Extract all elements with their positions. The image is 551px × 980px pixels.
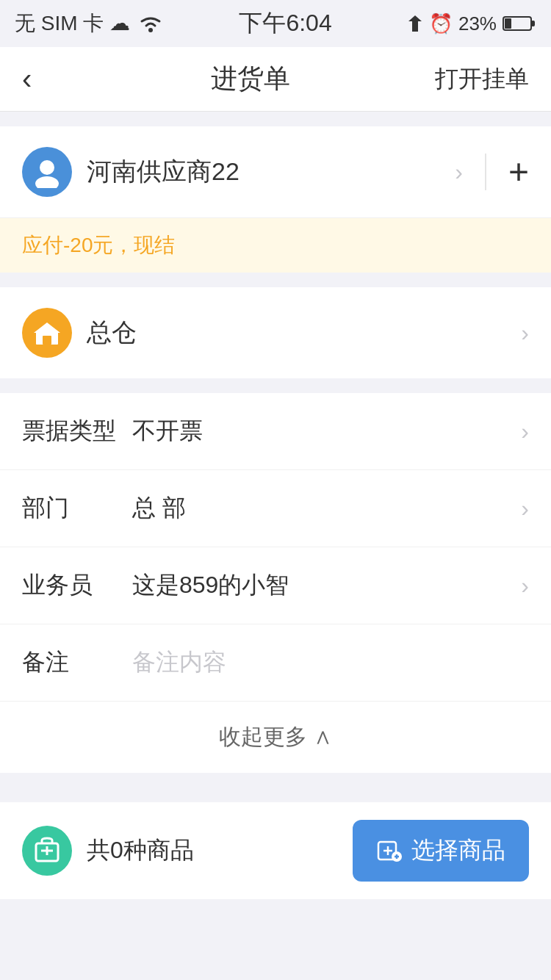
- location-icon: [407, 14, 423, 33]
- salesman-label: 业务员: [22, 569, 118, 602]
- section-gap-2: [0, 273, 551, 287]
- battery-text: 23%: [458, 12, 497, 35]
- open-pending-button[interactable]: 打开挂单: [435, 63, 529, 96]
- svg-point-0: [148, 28, 153, 32]
- supplier-name: 河南供应商22: [87, 155, 455, 189]
- svg-point-5: [35, 176, 59, 188]
- invoice-value: 不开票: [118, 415, 521, 447]
- invoice-chevron-icon: ›: [521, 418, 529, 445]
- status-left: 无 SIM 卡 ☁: [15, 10, 164, 37]
- select-btn-label: 选择商品: [411, 835, 505, 867]
- warehouse-section: 总仓 ›: [0, 287, 551, 378]
- supplier-row[interactable]: 河南供应商22 › +: [0, 126, 551, 218]
- svg-point-4: [40, 160, 54, 175]
- dept-row[interactable]: 部门 总 部 ›: [0, 470, 551, 547]
- select-product-button[interactable]: 选择商品: [353, 820, 529, 882]
- form-section: 票据类型 不开票 › 部门 总 部 › 业务员 这是859的小智 › 备注 备注…: [0, 393, 551, 701]
- battery-icon: [503, 15, 536, 32]
- remark-row[interactable]: 备注 备注内容: [0, 624, 551, 701]
- salesman-value: 这是859的小智: [118, 569, 521, 602]
- sim-label: 无 SIM 卡 ☁: [15, 10, 130, 37]
- status-time: 下午6:04: [239, 7, 331, 40]
- page-title: 进货单: [211, 61, 290, 97]
- section-gap-3: [0, 378, 551, 393]
- svg-rect-8: [43, 336, 51, 345]
- collapse-label: 收起更多 ∧: [219, 722, 331, 752]
- wifi-icon: [137, 14, 164, 33]
- svg-marker-7: [34, 323, 60, 333]
- product-icon: [22, 826, 72, 876]
- status-bar: 无 SIM 卡 ☁ 下午6:04 ⏰ 23%: [0, 0, 551, 47]
- add-supplier-button[interactable]: +: [508, 154, 529, 190]
- nav-bar: ‹ 进货单 打开挂单: [0, 47, 551, 112]
- vertical-divider: [485, 154, 486, 190]
- supplier-actions: › +: [455, 154, 529, 190]
- warehouse-row[interactable]: 总仓 ›: [0, 287, 551, 378]
- notice-bar: 应付-20元，现结: [0, 218, 551, 273]
- collapse-button[interactable]: 收起更多 ∧: [0, 701, 551, 773]
- dept-label: 部门: [22, 492, 118, 525]
- invoice-label: 票据类型: [22, 415, 118, 447]
- alarm-icon: ⏰: [429, 12, 453, 35]
- back-button[interactable]: ‹: [22, 62, 66, 96]
- warehouse-name: 总仓: [87, 316, 521, 350]
- svg-rect-2: [531, 21, 535, 26]
- dept-value: 总 部: [118, 492, 521, 525]
- product-section: 共0种商品 选择商品: [0, 802, 551, 899]
- remark-label: 备注: [22, 646, 118, 679]
- supplier-section: 河南供应商22 › + 应付-20元，现结: [0, 126, 551, 273]
- salesman-row[interactable]: 业务员 这是859的小智 ›: [0, 547, 551, 624]
- select-product-icon: [376, 837, 403, 864]
- section-gap-4: [0, 773, 551, 788]
- product-count: 共0种商品: [87, 835, 353, 867]
- status-right: ⏰ 23%: [407, 12, 536, 35]
- remark-input[interactable]: 备注内容: [118, 646, 529, 679]
- warehouse-chevron-icon: ›: [521, 320, 529, 347]
- supplier-avatar: [22, 147, 72, 197]
- invoice-row[interactable]: 票据类型 不开票 ›: [0, 393, 551, 470]
- section-gap-1: [0, 112, 551, 126]
- salesman-chevron-icon: ›: [521, 572, 529, 599]
- svg-rect-3: [505, 18, 511, 29]
- dept-chevron-icon: ›: [521, 495, 529, 522]
- warehouse-icon: [22, 308, 72, 358]
- supplier-chevron-icon: ›: [455, 159, 463, 186]
